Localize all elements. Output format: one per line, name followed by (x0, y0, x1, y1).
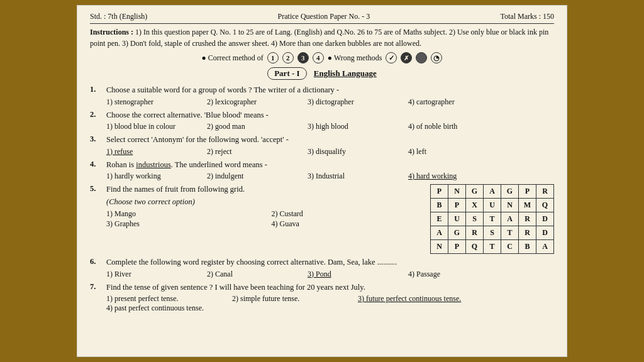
question-1: 1. Choose a suitable word for a group of… (90, 85, 554, 107)
instructions-block: Instructions : 1) In this question paper… (90, 26, 554, 49)
q4-opt2: 2) indulgent (207, 172, 308, 181)
grid-row-4: A G R S T R D (431, 226, 554, 240)
grid-cell: P (431, 185, 448, 199)
exam-paper: Std. : 7th (English) Pratice Question Pa… (77, 5, 567, 357)
q3-options: 1) refuse 2) reject 3) disqualify 4) lef… (106, 147, 554, 156)
part-label: Part - I (267, 67, 306, 80)
q5-opt2: 2) Custard (272, 209, 425, 219)
q6-content: Complete the following word register by … (106, 257, 554, 279)
q3-opt3: 3) disqualify (308, 147, 408, 156)
q6-opt3: 3) Pond (308, 270, 408, 279)
q6-opt4: 4) Passage (408, 270, 509, 279)
q1-opt4: 4) cartographer (408, 97, 509, 107)
q6-options: 1) River 2) Canal 3) Pond 4) Passage (106, 270, 554, 279)
grid-cell: U (448, 212, 466, 226)
q6-num: 6. (90, 257, 103, 279)
q3-text: Select correct 'Antonym' for the followi… (106, 134, 554, 146)
q5-opt1: 1) Mango (106, 209, 259, 219)
q1-text: Choose a suitable word for a group of wo… (106, 85, 554, 96)
q6-opt2: 2) Canal (207, 270, 308, 279)
q1-options: 1) stenographer 2) lexicographer 3) dict… (106, 97, 554, 107)
q1-opt3: 3) dictographer (308, 97, 408, 107)
part-header: Part - I English Language (90, 67, 554, 80)
grid-cell: B (519, 240, 536, 254)
grid-cell: M (519, 199, 536, 212)
question-3: 3. Select correct 'Antonym' for the foll… (90, 134, 554, 156)
q4-options: 1) hardly working 2) indulgent 3) Indust… (106, 172, 554, 181)
grid-cell: B (431, 199, 448, 212)
question-7: 7. Find the tense of given sentence ? I … (90, 282, 554, 314)
grid-cell: P (448, 199, 466, 212)
grid-cell: Q (536, 199, 554, 212)
q2-opt4: 4) of noble birth (408, 122, 509, 131)
wrong-method-label: ● Wrong methods (328, 53, 382, 63)
q7-opt1: 1) present perfect tense. (106, 294, 232, 304)
grid-cell: P (448, 240, 466, 254)
grid-row-1: P N G A G P R (431, 185, 554, 199)
std-label: Std. : 7th (English) (90, 12, 147, 21)
grid-cell: U (484, 199, 501, 212)
bubble-3-filled: 3 (297, 52, 309, 63)
bubble-2: 2 (282, 52, 294, 63)
q2-num: 2. (90, 110, 103, 132)
q2-options: 1) blood blue in colour 2) good man 3) h… (106, 122, 554, 131)
q7-opt2: 2) simple future tense. (232, 294, 358, 304)
q4-opt1: 1) hardly working (106, 172, 207, 181)
q5-layout: Find the names of fruit from following g… (106, 184, 554, 254)
wrong-bubble-smile: ◔ (431, 52, 442, 63)
q5-subtext: (Choose two correct option) (106, 197, 424, 208)
q4-opt3: 3) Industrial (308, 172, 408, 181)
method-row: ● Correct method of 1 2 3 4 ● Wrong meth… (90, 52, 554, 63)
grid-row-2: B P X U N M Q (431, 199, 554, 212)
q1-opt2: 2) lexicographer (207, 97, 308, 107)
grid-cell: R (519, 226, 536, 240)
q1-num: 1. (90, 85, 103, 107)
q4-num: 4. (90, 160, 103, 182)
q7-num: 7. (90, 282, 103, 314)
q5-num: 5. (90, 184, 103, 254)
q5-opt3: 3) Graphes (106, 219, 259, 229)
q4-content: Rohan is industrious. The underlined wor… (106, 160, 554, 182)
grid-cell: D (536, 212, 554, 226)
paper-header: Std. : 7th (English) Pratice Question Pa… (90, 12, 554, 24)
grid-cell: A (484, 185, 501, 199)
wrong-bubble-x: ✗ (401, 52, 412, 63)
grid-cell: T (484, 240, 501, 254)
grid-cell: D (536, 226, 554, 240)
q5-options: 1) Mango 2) Custard 3) Graphes 4) Guava (106, 209, 424, 229)
instructions-text: 1) In this question paper Q. No. 1 to 25… (90, 28, 548, 48)
q6-opt1: 1) River (106, 270, 207, 279)
grid-cell: G (448, 226, 466, 240)
q3-num: 3. (90, 134, 103, 156)
correct-method-label: ● Correct method of (202, 53, 264, 63)
q4-opt4: 4) hard working (408, 172, 509, 181)
q5-opt4: 4) Guava (272, 219, 425, 229)
q3-opt1: 1) refuse (106, 147, 207, 156)
grid-cell: N (448, 185, 466, 199)
q5-grid-wrap: P N G A G P R B P X (430, 184, 554, 254)
grid-cell: R (519, 212, 536, 226)
q2-opt1: 1) blood blue in colour (106, 122, 207, 131)
q7-content: Find the tense of given sentence ? I wil… (106, 282, 554, 314)
grid-row-3: E U S T A R D (431, 212, 554, 226)
grid-cell: G (501, 185, 519, 199)
q3-opt4: 4) left (408, 147, 509, 156)
grid-cell: G (466, 185, 484, 199)
bubble-4: 4 (313, 52, 324, 63)
q7-text: Find the tense of given sentence ? I wil… (106, 282, 554, 293)
question-4: 4. Rohan is industrious. The underlined … (90, 160, 554, 182)
grid-cell: T (484, 212, 501, 226)
q2-content: Choose the correct alternative. 'Blue bl… (106, 110, 554, 132)
q3-content: Select correct 'Antonym' for the followi… (106, 134, 554, 156)
q7-opt4: 4) past perfect continuous tense. (106, 304, 232, 313)
q7-opt3: 3) future perfect continuous tense. (358, 294, 484, 304)
wrong-bubble-check: ✓ (386, 52, 397, 63)
grid-cell: T (501, 226, 519, 240)
q2-opt3: 3) high blood (308, 122, 408, 131)
grid-cell: A (536, 240, 554, 254)
instructions-label: Instructions : (90, 28, 133, 36)
fruit-grid: P N G A G P R B P X (430, 184, 554, 254)
q1-opt1: 1) stenographer (106, 97, 207, 107)
q4-text: Rohan is industrious. The underlined wor… (106, 160, 554, 171)
grid-cell: S (466, 212, 484, 226)
